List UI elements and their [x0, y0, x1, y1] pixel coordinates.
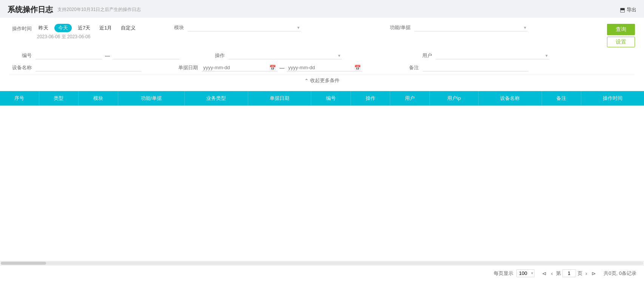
settings-button[interactable]: 设置 — [607, 37, 635, 47]
operation-select[interactable] — [229, 52, 342, 59]
col-biz-type: 业务类型 — [185, 91, 248, 106]
col-user-ip: 用户ip — [429, 91, 478, 106]
table-header-row: 序号 类型 模块 功能/单据 业务类型 单据日期 编号 操作 用户 用户ip 设… — [0, 91, 644, 106]
user-select-wrapper: ▾ — [436, 52, 549, 59]
scrollbar-track[interactable] — [1, 262, 643, 265]
module-group: 模块 ▾ — [139, 24, 373, 31]
per-page-wrapper: 100 50 200 ▾ — [516, 269, 534, 277]
header-left: 系统操作日志 支持2020年10月31日之后产生的操作日志 — [8, 5, 141, 15]
row3: 设备名称 单据日期 📅 — 📅 备注 — [9, 64, 635, 71]
scrollbar-thumb[interactable] — [1, 262, 46, 265]
table-container: 序号 类型 模块 功能/单据 业务类型 单据日期 编号 操作 用户 用户ip 设… — [0, 91, 644, 261]
collapse-icon: ⌃ — [304, 78, 309, 84]
time-label: 操作时间 — [9, 24, 32, 32]
user-select[interactable] — [436, 52, 549, 59]
date-group: 单据日期 📅 — 📅 — [153, 64, 381, 71]
export-icon: ⬒ — [620, 6, 625, 13]
page-number-input[interactable] — [562, 269, 576, 277]
col-remark: 备注 — [542, 91, 581, 106]
query-button[interactable]: 查询 — [607, 24, 635, 35]
module-select-wrapper: ▾ — [188, 24, 301, 31]
last-page-button[interactable]: ⊳ — [590, 270, 598, 277]
collapse-area: ⌃ 收起更多条件 — [9, 75, 635, 88]
filter-area: 操作时间 昨天 今天 近7天 近1月 自定义 2023-06-06 至 2023… — [0, 18, 644, 91]
date-dash: — — [280, 65, 284, 71]
operation-group: 操作 ▾ — [179, 52, 394, 59]
function-select[interactable] — [414, 24, 528, 31]
row2: 编号 — 操作 ▾ 用户 — [9, 52, 635, 59]
device-input[interactable] — [36, 64, 141, 71]
code-to-input[interactable] — [113, 52, 179, 59]
calendar-from-icon[interactable]: 📅 — [269, 65, 276, 71]
code-range: — — [36, 52, 179, 59]
device-label: 设备名称 — [9, 64, 32, 71]
function-group: 功能/单据 ▾ — [373, 24, 599, 31]
function-label: 功能/单据 — [388, 24, 411, 31]
table-header: 序号 类型 模块 功能/单据 业务类型 单据日期 编号 操作 用户 用户ip 设… — [0, 91, 644, 106]
col-seq: 序号 — [0, 91, 39, 106]
col-function: 功能/单据 — [118, 91, 184, 106]
operation-label: 操作 — [202, 52, 225, 59]
remark-group: 备注 — [381, 64, 602, 71]
data-table: 序号 类型 模块 功能/单据 业务类型 单据日期 编号 操作 用户 用户ip 设… — [0, 91, 644, 106]
page-nav: ⊲ ‹ 第 页 › ⊳ — [541, 269, 598, 277]
per-page-label: 每页显示 — [494, 270, 513, 277]
module-select[interactable] — [188, 24, 301, 31]
time-btn-1month[interactable]: 近1月 — [96, 24, 115, 32]
calendar-to-icon[interactable]: 📅 — [354, 65, 361, 71]
action-buttons: 查询 设置 — [607, 24, 635, 47]
collapse-label: 收起更多条件 — [310, 77, 340, 84]
export-label: 导出 — [627, 6, 636, 13]
export-button[interactable]: ⬒ 导出 — [620, 6, 636, 13]
time-btn-7days[interactable]: 近7天 — [75, 24, 93, 32]
date-to-input[interactable] — [287, 64, 362, 71]
page-prefix: 第 — [556, 270, 561, 277]
col-operation: 操作 — [351, 91, 390, 106]
device-group: 设备名称 — [9, 64, 153, 71]
time-options: 昨天 今天 近7天 近1月 自定义 2023-06-06 至 2023-06-0… — [36, 24, 139, 40]
time-range-text: 2023-06-06 至 2023-06-06 — [37, 34, 139, 40]
page-suffix: 页 — [578, 270, 582, 277]
empty-area — [0, 106, 644, 238]
date-from-input[interactable] — [202, 64, 277, 71]
next-page-button[interactable]: › — [584, 270, 589, 277]
date-range-wrapper: 📅 — 📅 — [202, 64, 362, 71]
col-module: 模块 — [79, 91, 118, 106]
code-from-input[interactable] — [36, 52, 102, 59]
scrollbar-area[interactable] — [0, 261, 644, 265]
time-btn-today[interactable]: 今天 — [54, 24, 72, 32]
total-text: 共0页, 0条记录 — [604, 270, 636, 277]
time-btn-yesterday[interactable]: 昨天 — [36, 24, 51, 32]
remark-label: 备注 — [396, 64, 419, 71]
time-filter-group: 操作时间 昨天 今天 近7天 近1月 自定义 2023-06-06 至 2023… — [9, 24, 139, 40]
page-title: 系统操作日志 — [8, 5, 53, 15]
pagination-bar: 每页显示 100 50 200 ▾ ⊲ ‹ 第 页 › ⊳ 共0页, 0条记录 — [0, 265, 644, 281]
col-code: 编号 — [311, 91, 351, 106]
col-type: 类型 — [39, 91, 78, 106]
page-container: 系统操作日志 支持2020年10月31日之后产生的操作日志 ⬒ 导出 操作时间 … — [0, 0, 644, 281]
user-group: 用户 ▾ — [394, 52, 602, 59]
time-btn-custom[interactable]: 自定义 — [118, 24, 139, 32]
function-select-wrapper: ▾ — [414, 24, 528, 31]
date-label: 单据日期 — [175, 64, 198, 71]
code-group: 编号 — — [9, 52, 179, 59]
col-op-time: 操作时间 — [581, 91, 644, 106]
date-to-wrapper: 📅 — [287, 64, 362, 71]
col-user: 用户 — [390, 91, 429, 106]
collapse-button[interactable]: ⌃ 收起更多条件 — [304, 77, 340, 84]
code-dash: — — [105, 53, 110, 59]
page-header: 系统操作日志 支持2020年10月31日之后产生的操作日志 ⬒ 导出 — [0, 0, 644, 18]
time-buttons: 昨天 今天 近7天 近1月 自定义 — [36, 24, 139, 32]
col-doc-date: 单据日期 — [248, 91, 311, 106]
user-label: 用户 — [409, 52, 432, 59]
date-from-wrapper: 📅 — [202, 64, 277, 71]
module-label: 模块 — [161, 24, 184, 31]
col-device: 设备名称 — [478, 91, 542, 106]
remark-input[interactable] — [423, 64, 528, 71]
first-page-button[interactable]: ⊲ — [541, 270, 548, 277]
per-page-select[interactable]: 100 50 200 — [516, 269, 534, 277]
page-subtitle: 支持2020年10月31日之后产生的操作日志 — [57, 6, 141, 13]
operation-select-wrapper: ▾ — [229, 52, 342, 59]
code-label: 编号 — [9, 52, 32, 59]
prev-page-button[interactable]: ‹ — [550, 270, 554, 277]
